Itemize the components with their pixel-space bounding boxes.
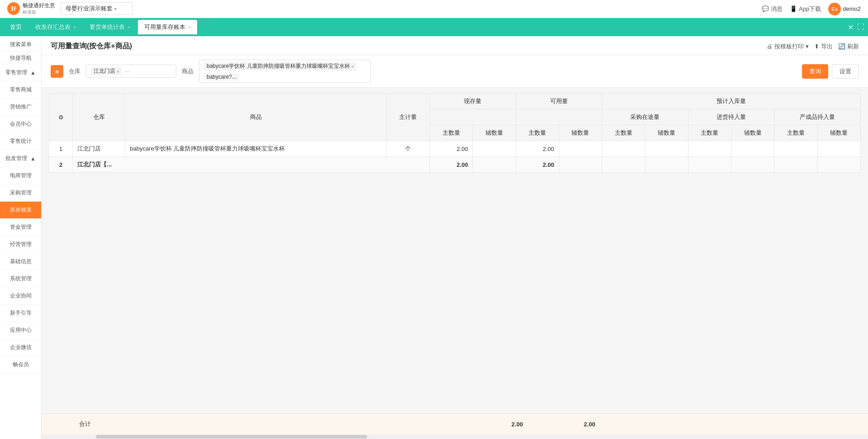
sidebar-item-ecommerce[interactable]: 电商管理: [0, 167, 41, 184]
product-tag-2: babycare?...: [204, 73, 239, 80]
account-selector[interactable]: 母婴行业演示账套 ▾: [61, 2, 133, 15]
chevron-down-icon: ▾: [114, 6, 117, 11]
row-1-no: 1: [49, 141, 73, 157]
sidebar-item-retail-stats[interactable]: 零售统计: [0, 133, 41, 150]
sidebar-item-wholesale-mgmt[interactable]: 批发管理 ▲: [0, 150, 41, 167]
page-title: 可用量查询(按仓库+商品): [51, 42, 132, 51]
export-button[interactable]: ⬆ 导出: [814, 42, 833, 51]
subtotal-stock-sub: [473, 157, 516, 173]
col-produced-main-header: 主数量: [774, 125, 817, 141]
top-bar: 好 畅捷通好生意 标准版 母婴行业演示账套 ▾ 💬 消息 📱 App下载 Ea …: [0, 0, 868, 18]
sidebar-item-app-center[interactable]: 应用中心: [0, 322, 41, 339]
sidebar-member2-label: 畅会员: [13, 361, 29, 368]
tab-keyongliang[interactable]: 可用量库存账本 ×: [138, 20, 197, 34]
settings-button[interactable]: 设置: [832, 64, 859, 79]
sidebar-quick-nav[interactable]: 快捷导航: [0, 52, 41, 64]
sidebar-item-system[interactable]: 系统管理: [0, 270, 41, 288]
close-all-tabs-icon[interactable]: ✕: [848, 23, 854, 32]
close-tab-shoufacun-icon[interactable]: ×: [73, 24, 76, 30]
sidebar: 搜索菜单 快捷导航 零售管理 ▲ 零售商城 营销推广 会员中心 零售统计 批发管: [0, 36, 42, 439]
warehouse-tag-close-icon[interactable]: ×: [117, 69, 119, 74]
sidebar-item-onboarding[interactable]: 新手引导: [0, 305, 41, 322]
user-name: demo2: [843, 5, 861, 12]
sidebar-item-retail-mall[interactable]: 零售商城: [0, 81, 41, 99]
sidebar-member-label: 会员中心: [10, 120, 32, 128]
subtotal-produced-main: [774, 157, 817, 173]
sidebar-search[interactable]: 搜索菜单: [0, 36, 41, 52]
col-avail-sub-header2: 辅数量: [559, 125, 602, 141]
filter-more-icon[interactable]: ···: [125, 68, 130, 75]
filter-actions: 查询 设置: [802, 64, 859, 79]
app-icon: 📱: [790, 5, 797, 12]
total-label: 合计: [67, 417, 103, 431]
warehouse-tag-text: 江北门店: [94, 67, 115, 75]
filter-toggle-icon: »: [55, 67, 59, 76]
sidebar-item-member[interactable]: 会员中心: [0, 116, 41, 133]
chevron-up-icon2: ▲: [30, 156, 36, 162]
sidebar-onboarding-label: 新手引导: [10, 309, 32, 317]
user-area[interactable]: Ea demo2: [828, 3, 861, 15]
table-footer: 合计 2.00 2.00: [42, 413, 868, 434]
message-icon: 💬: [762, 5, 769, 12]
sidebar-enterprise-collab-label: 企业协同: [10, 292, 32, 300]
horizontal-scrollbar[interactable]: [42, 434, 868, 439]
sidebar-item-enterprise-collab[interactable]: 企业协同: [0, 288, 41, 305]
sidebar-item-wechat[interactable]: 企业微信: [0, 339, 41, 356]
print-button[interactable]: 🖨 按模板打印 ▾: [767, 42, 809, 51]
close-tab-keyongliang-icon[interactable]: ×: [188, 24, 191, 30]
app-download-button[interactable]: 📱 App下载: [790, 5, 821, 13]
product-tag-2-text: babycare?...: [207, 74, 236, 80]
refresh-label: 刷新: [847, 42, 859, 51]
sidebar-item-member2[interactable]: 畅会员: [0, 356, 41, 373]
avatar-text: Ea: [832, 6, 838, 12]
sidebar-item-finance[interactable]: 资金管理: [0, 219, 41, 236]
sidebar-purchase-label: 采购管理: [10, 189, 32, 197]
product-filter-input[interactable]: babycare学饮杯 儿童防摔防撞吸管杯重力球吸嘴杯宝宝水杯 × babyca…: [199, 60, 371, 83]
settings-gear-icon: ⚙: [58, 114, 64, 121]
row-1-stock-main: 2.00: [429, 141, 472, 157]
warehouse-label: 仓库: [69, 67, 80, 76]
scrollbar-thumb[interactable]: [96, 435, 367, 439]
logo-area: 好 畅捷通好生意 标准版: [7, 2, 55, 15]
inventory-table: ⚙ 仓库 商品 主计量 现存量 可用量 预计入库量 采购在途量 进货待入量: [49, 93, 861, 173]
product-tag-1: babycare学饮杯 儿童防摔防撞吸管杯重力球吸嘴杯宝宝水杯 ×: [204, 62, 357, 71]
sidebar-system-label: 系统管理: [10, 275, 32, 283]
sidebar-item-marketing[interactable]: 营销推广: [0, 99, 41, 116]
total-avail-main: 2.00: [571, 417, 608, 431]
sidebar-inventory-label: 库存核算: [10, 206, 32, 214]
row-1-product: babycare学饮杯 儿童防摔防撞吸管杯重力球吸嘴杯宝宝水杯: [125, 141, 387, 157]
col-incoming-sub-header: 辅数量: [731, 125, 774, 141]
filter-toggle-button[interactable]: »: [51, 65, 63, 78]
warehouse-filter-input[interactable]: 江北门店 × ···: [86, 65, 176, 78]
col-incoming-main-header: 主数量: [688, 125, 731, 141]
expand-icon[interactable]: ⛶: [857, 23, 864, 31]
message-button[interactable]: 💬 消息: [762, 5, 783, 13]
search-label: 搜索菜单: [10, 41, 32, 47]
sidebar-item-retail-mgmt[interactable]: 零售管理 ▲: [0, 64, 41, 81]
sidebar-item-inventory[interactable]: 库存核算: [0, 202, 41, 219]
subtotal-stock-main: 2.00: [429, 157, 472, 173]
col-incoming-header: 进货待入量: [688, 109, 774, 125]
sidebar-item-basic-info[interactable]: 基础信息: [0, 253, 41, 270]
col-stock-sub-header: [429, 109, 516, 125]
col-settings[interactable]: ⚙: [49, 94, 73, 141]
col-warehouse-header: 仓库: [73, 94, 125, 141]
row-1-incoming-main: [688, 141, 731, 157]
tab-shoufacun[interactable]: 收发存汇总表 ×: [29, 20, 82, 34]
row-1-stock-sub: [473, 141, 516, 157]
tab-yaohuo[interactable]: 要货单统计表 ×: [83, 20, 137, 34]
col-stock-sub-header2: 辅数量: [473, 125, 516, 141]
tab-keyongliang-label: 可用量库存账本: [144, 23, 185, 31]
sidebar-basic-info-label: 基础信息: [10, 258, 32, 265]
sidebar-item-operations[interactable]: 经营管理: [0, 236, 41, 253]
app-label: App下载: [799, 5, 821, 13]
refresh-button[interactable]: 🔄 刷新: [838, 42, 859, 51]
sidebar-item-purchase[interactable]: 采购管理: [0, 184, 41, 202]
tab-home[interactable]: 首页: [4, 20, 28, 34]
product-tag-1-close-icon[interactable]: ×: [351, 64, 354, 69]
row-1-incoming-sub: [731, 141, 774, 157]
query-button[interactable]: 查询: [802, 64, 828, 79]
subtotal-incoming-sub: [731, 157, 774, 173]
col-produced-sub-header: 辅数量: [817, 125, 860, 141]
close-tab-yaohuo-icon[interactable]: ×: [127, 24, 130, 30]
